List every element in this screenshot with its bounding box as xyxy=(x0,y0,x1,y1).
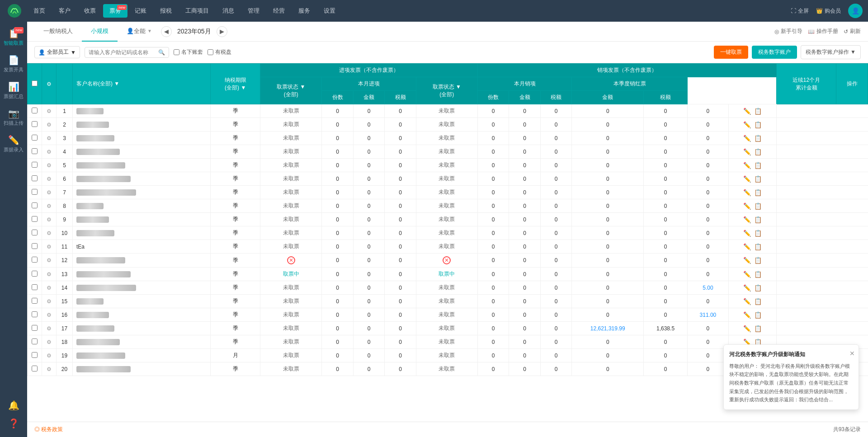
copy-icon[interactable]: 📋 xyxy=(753,298,763,305)
tab-general[interactable]: 一般纳税人 xyxy=(34,22,82,42)
tab-all[interactable]: 👤 全能 ▼ xyxy=(118,22,161,42)
cell-checkbox[interactable] xyxy=(28,145,42,159)
cell-settings[interactable]: ⚙ xyxy=(42,322,57,335)
copy-icon[interactable]: 📋 xyxy=(753,230,763,237)
nav-service[interactable]: 服务 xyxy=(292,4,316,18)
cell-checkbox[interactable] xyxy=(28,281,42,295)
cell-settings[interactable]: ⚙ xyxy=(42,132,57,145)
cell-settings[interactable]: ⚙ xyxy=(42,213,57,226)
avatar[interactable]: 👤 xyxy=(848,4,863,18)
cell-checkbox[interactable] xyxy=(28,186,42,199)
th-client-name[interactable]: 客户名称(全部) ▼ xyxy=(73,64,211,104)
fullscreen-btn[interactable]: ⛶ 全屏 xyxy=(791,7,809,15)
copy-icon[interactable]: 📋 xyxy=(753,148,763,155)
date-prev-btn[interactable]: ◀ xyxy=(161,26,172,37)
edit-icon[interactable]: ✏️ xyxy=(742,175,752,183)
cell-settings[interactable]: ⚙ xyxy=(42,118,57,132)
cell-settings[interactable]: ⚙ xyxy=(42,335,57,349)
one-click-fetch-btn[interactable]: 一键取票 xyxy=(714,46,748,59)
cell-checkbox[interactable] xyxy=(28,199,42,213)
copy-icon[interactable]: 📋 xyxy=(753,325,763,332)
edit-icon[interactable]: ✏️ xyxy=(742,121,752,128)
cell-checkbox[interactable] xyxy=(28,159,42,172)
edit-icon[interactable]: ✏️ xyxy=(742,202,752,210)
sidebar-item-smart-invoice[interactable]: 📋 智能取票 new xyxy=(2,25,25,50)
copy-icon[interactable]: 📋 xyxy=(753,216,763,223)
edit-icon[interactable]: ✏️ xyxy=(742,284,752,291)
nav-settings[interactable]: 设置 xyxy=(317,4,342,18)
cell-settings[interactable]: ⚙ xyxy=(42,349,57,362)
nav-home[interactable]: 首页 xyxy=(27,4,52,18)
cell-settings[interactable]: ⚙ xyxy=(42,240,57,254)
edit-icon[interactable]: ✏️ xyxy=(742,271,752,278)
cell-checkbox[interactable] xyxy=(28,362,42,376)
edit-icon[interactable]: ✏️ xyxy=(742,216,752,223)
copy-icon[interactable]: 📋 xyxy=(753,175,763,183)
copy-icon[interactable]: 📋 xyxy=(753,243,763,250)
nav-business[interactable]: 工商项目 xyxy=(179,4,215,18)
nav-operation[interactable]: 经营 xyxy=(267,4,291,18)
copy-icon[interactable]: 📋 xyxy=(753,284,763,291)
cell-checkbox[interactable] xyxy=(28,240,42,254)
member-btn[interactable]: 👑 购会员 xyxy=(816,7,841,15)
edit-icon[interactable]: ✏️ xyxy=(742,311,752,319)
cell-settings[interactable]: ⚙ xyxy=(42,295,57,308)
copy-icon[interactable]: 📋 xyxy=(753,189,763,196)
edit-icon[interactable]: ✏️ xyxy=(742,243,752,250)
nav-tax[interactable]: 报税 xyxy=(154,4,178,18)
edit-icon[interactable]: ✏️ xyxy=(742,257,752,264)
cell-checkbox[interactable] xyxy=(28,349,42,362)
new-guide-btn[interactable]: ◎ 新手引导 xyxy=(774,28,802,35)
cell-checkbox[interactable] xyxy=(28,322,42,335)
manual-btn[interactable]: 📖 操作手册 xyxy=(808,28,838,35)
edit-icon[interactable]: ✏️ xyxy=(742,148,752,155)
notification-close-btn[interactable]: ✕ xyxy=(849,348,855,358)
refresh-btn[interactable]: ↺ 刷新 xyxy=(844,28,861,35)
sidebar-item-invoice-entry[interactable]: ✏️ 票据录入 xyxy=(2,132,25,157)
cell-settings[interactable]: ⚙ xyxy=(42,145,57,159)
cell-settings[interactable]: ⚙ xyxy=(42,104,57,118)
copy-icon[interactable]: 📋 xyxy=(753,121,763,128)
cell-checkbox[interactable] xyxy=(28,213,42,226)
sidebar-item-scan-upload[interactable]: 📷 扫描上传 xyxy=(2,105,25,130)
edit-icon[interactable]: ✏️ xyxy=(742,325,752,332)
copy-icon[interactable]: 📋 xyxy=(753,311,763,319)
nav-invoice-receive[interactable]: 收票 xyxy=(78,4,102,18)
sidebar-item-help[interactable]: ❓ xyxy=(2,415,25,432)
cell-settings[interactable]: ⚙ xyxy=(42,268,57,281)
nav-accounting[interactable]: 记账 xyxy=(128,4,153,18)
client-search[interactable]: 🔍 xyxy=(85,47,169,58)
employee-filter[interactable]: 👤 全部员工 ▼ xyxy=(34,46,80,58)
copy-icon[interactable]: 📋 xyxy=(753,162,763,169)
edit-icon[interactable]: ✏️ xyxy=(742,230,752,237)
nav-manage[interactable]: 管理 xyxy=(241,4,266,18)
copy-icon[interactable]: 📋 xyxy=(753,257,763,264)
nav-client[interactable]: 客户 xyxy=(52,4,77,18)
tax-digital-account-btn[interactable]: 税务数字账户 xyxy=(752,46,797,59)
cell-checkbox[interactable] xyxy=(28,172,42,186)
cell-checkbox[interactable] xyxy=(28,268,42,281)
th-inbound-fetch-status[interactable]: 取票状态 ▼(全部) xyxy=(260,77,322,104)
cell-checkbox[interactable] xyxy=(28,226,42,240)
cell-settings[interactable]: ⚙ xyxy=(42,226,57,240)
cell-settings[interactable]: ⚙ xyxy=(42,281,57,295)
has-tax-checkbox[interactable]: 有税盘 xyxy=(208,48,231,56)
cell-settings[interactable]: ⚙ xyxy=(42,199,57,213)
cell-settings[interactable]: ⚙ xyxy=(42,254,57,268)
cell-checkbox[interactable] xyxy=(28,295,42,308)
nav-message[interactable]: 消息 xyxy=(216,4,241,18)
cell-settings[interactable]: ⚙ xyxy=(42,186,57,199)
cell-checkbox[interactable] xyxy=(28,335,42,349)
edit-icon[interactable]: ✏️ xyxy=(742,189,752,196)
edit-icon[interactable]: ✏️ xyxy=(742,298,752,305)
cell-checkbox[interactable] xyxy=(28,118,42,132)
edit-icon[interactable]: ✏️ xyxy=(742,135,752,142)
copy-icon[interactable]: 📋 xyxy=(753,135,763,142)
edit-icon[interactable]: ✏️ xyxy=(742,108,752,115)
edit-icon[interactable]: ✏️ xyxy=(742,162,752,169)
cell-settings[interactable]: ⚙ xyxy=(42,362,57,376)
th-outbound-fetch-status[interactable]: 取票状态 ▼(全部) xyxy=(416,77,477,104)
sidebar-item-issue-invoice[interactable]: 📄 发票开具 xyxy=(2,52,25,77)
copy-icon[interactable]: 📋 xyxy=(753,202,763,210)
cell-settings[interactable]: ⚙ xyxy=(42,308,57,322)
